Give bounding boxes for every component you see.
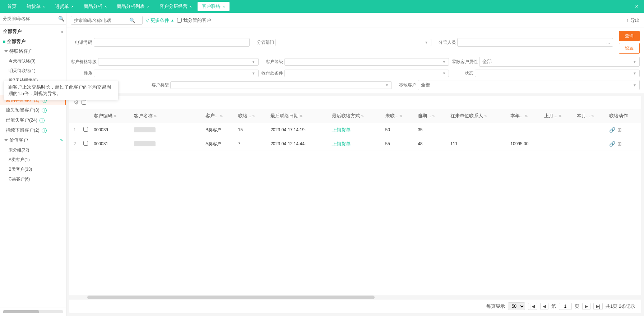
- col-overdue-label: 逾期...: [418, 113, 431, 119]
- nav-analysis[interactable]: 商品分析 ×: [79, 2, 111, 11]
- customer-type-caret: ▼: [385, 83, 389, 87]
- ungrouped[interactable]: 未分组(32): [0, 145, 66, 155]
- col-last-date-sort[interactable]: ⇅: [300, 114, 302, 118]
- class-b[interactable]: B类客户(33): [0, 165, 66, 174]
- first-page-btn[interactable]: |◀: [528, 303, 537, 310]
- row-1-num: 1: [69, 123, 80, 137]
- churned-info-icon[interactable]: i: [40, 118, 45, 123]
- row-2-method-link[interactable]: 下销货单: [332, 141, 351, 146]
- query-button[interactable]: 查询: [619, 31, 640, 41]
- col-this-month-sort[interactable]: ⇅: [591, 114, 594, 118]
- col-no-contact-sort[interactable]: ⇅: [399, 114, 402, 118]
- pending-contact-section[interactable]: 待联络客户: [0, 46, 66, 56]
- tomorrow-pending[interactable]: 明天待联络(1): [0, 66, 66, 76]
- sidebar-search-icon[interactable]: 🔍: [58, 16, 64, 22]
- col-this-month-label: 本月...: [577, 113, 590, 119]
- declining-customers[interactable]: 持续下滑客户(2) i: [0, 125, 66, 135]
- nav-purchase-close[interactable]: ×: [71, 4, 73, 9]
- status-select[interactable]: ▼: [475, 70, 640, 77]
- nav-sales-label: 销货单: [27, 3, 41, 10]
- nav-home[interactable]: 首页: [3, 2, 21, 11]
- nav-purchase[interactable]: 进货单 ×: [51, 2, 78, 11]
- nav-analysis-close[interactable]: ×: [105, 4, 107, 9]
- chevron-up-icon: ▲: [171, 18, 174, 22]
- row-2-check[interactable]: [83, 141, 88, 146]
- col-num: [69, 109, 80, 123]
- nav-customer-contact-close[interactable]: ×: [223, 4, 225, 9]
- all-customers-header: 全部客户 »: [0, 26, 66, 37]
- price-level-select[interactable]: ▼: [98, 58, 259, 66]
- row-1-check[interactable]: [83, 127, 88, 132]
- retail-label-select[interactable]: 全部 ▼: [418, 80, 640, 90]
- nav-analysis-list[interactable]: 商品分析列表 ×: [112, 2, 153, 11]
- value-customers-edit[interactable]: ✎: [60, 138, 63, 143]
- nav-customer-seg[interactable]: 客户分层经营 ×: [155, 2, 196, 11]
- prev-page-btn[interactable]: ◀: [540, 303, 548, 310]
- phone-input[interactable]: [94, 38, 250, 47]
- col-overdue-sort[interactable]: ⇅: [432, 114, 435, 118]
- value-customers-section[interactable]: 价值客户 ✎: [0, 135, 66, 145]
- class-a[interactable]: A类客户(1): [0, 155, 66, 165]
- col-contact: 联络...⇅: [235, 109, 268, 123]
- nav-customer-contact[interactable]: 客户联络 ×: [198, 2, 229, 11]
- filter-bar: 🔍 ▽ 更多条件 ▲ 我分管的客户 ↑ 导出: [66, 13, 644, 28]
- select-all-checkbox[interactable]: [82, 100, 86, 105]
- class-c[interactable]: C类客户(6): [0, 174, 66, 184]
- row-2-this-year: 10995.00: [508, 137, 541, 151]
- col-category-sort[interactable]: ⇅: [220, 114, 223, 118]
- sidebar-search-input[interactable]: [3, 16, 57, 21]
- col-contact-sort[interactable]: ⇅: [252, 114, 255, 118]
- scroll-thumb[interactable]: [87, 296, 375, 299]
- page-input[interactable]: [559, 303, 572, 310]
- gender-select[interactable]: ▼: [94, 70, 259, 77]
- settings-button[interactable]: 设置: [619, 43, 640, 54]
- manager-select[interactable]: ...: [457, 38, 613, 47]
- search-input[interactable]: [74, 18, 128, 23]
- col-this-year-label: 本年...: [510, 113, 524, 119]
- sidebar-collapse-icon[interactable]: »: [60, 29, 63, 34]
- col-last-date: 最后联络日期⇅: [268, 109, 329, 123]
- dept-select[interactable]: ▼: [275, 39, 431, 46]
- per-page-select[interactable]: 50: [508, 302, 525, 310]
- today-pending[interactable]: 今天待联络(0): [0, 56, 66, 66]
- table-scroll[interactable]: 客户编码⇅ 客户名称⇅ 客户...⇅ 联络...⇅: [69, 109, 641, 295]
- col-category: 客户...⇅: [203, 109, 235, 123]
- churn-warning[interactable]: 流失预警客户(3) i: [0, 105, 66, 115]
- churn-warning-info-icon[interactable]: i: [42, 108, 47, 113]
- row-1-grid-icon[interactable]: ⊞: [617, 127, 622, 133]
- row-2-action: 🔗 ⊞: [606, 137, 641, 151]
- nav-sales-close[interactable]: ×: [43, 4, 45, 9]
- row-2-grid-icon[interactable]: ⊞: [617, 141, 622, 147]
- customer-table: 客户编码⇅ 客户名称⇅ 客户...⇅ 联络...⇅: [69, 109, 641, 151]
- filter-customer-type: 客户类型 ▼: [147, 81, 392, 89]
- nav-sales[interactable]: 销货单 ×: [22, 2, 49, 11]
- col-name-sort[interactable]: ⇅: [154, 114, 157, 118]
- customer-level-select[interactable]: ▼: [284, 58, 449, 66]
- row-1-link-icon[interactable]: 🔗: [609, 127, 615, 133]
- my-customers-checkbox[interactable]: [177, 18, 182, 23]
- search-icon[interactable]: 🔍: [129, 18, 135, 23]
- nav-customer-seg-close[interactable]: ×: [190, 4, 192, 9]
- more-conditions-btn[interactable]: ▽ 更多条件 ▲: [145, 17, 174, 24]
- sidebar-tree: 全部客户 » ■ 全部客户 待联络客户 今天待联络(0) 明天待联络(1) 近7…: [0, 25, 66, 307]
- export-btn[interactable]: ↑ 导出: [627, 17, 640, 24]
- col-code-sort[interactable]: ⇅: [113, 114, 116, 118]
- horizontal-scrollbar[interactable]: [69, 295, 641, 299]
- col-last-month-sort[interactable]: ⇅: [559, 114, 561, 118]
- close-all-tabs[interactable]: ×: [632, 2, 641, 11]
- row-2-last-month: [541, 137, 574, 151]
- next-page-btn[interactable]: ▶: [582, 303, 590, 310]
- customer-type-select[interactable]: ▼: [170, 81, 392, 89]
- row-1-method-link[interactable]: 下销货单: [332, 127, 351, 132]
- last-page-btn[interactable]: ▶|: [593, 303, 603, 310]
- declining-info-icon[interactable]: i: [42, 128, 47, 133]
- churned-customers[interactable]: 已流失客户(24) i: [0, 115, 66, 125]
- col-this-year-sort[interactable]: ⇅: [525, 114, 528, 118]
- nav-analysis-list-close[interactable]: ×: [147, 4, 149, 9]
- col-last-method-sort[interactable]: ⇅: [361, 114, 364, 118]
- row-2-link-icon[interactable]: 🔗: [609, 141, 615, 147]
- payment-select[interactable]: ▼: [284, 70, 449, 77]
- retail-attr-select[interactable]: 全部 ▼: [479, 57, 640, 67]
- col-unit-contact-sort[interactable]: ⇅: [484, 114, 487, 118]
- gender-label: 性质: [71, 70, 92, 76]
